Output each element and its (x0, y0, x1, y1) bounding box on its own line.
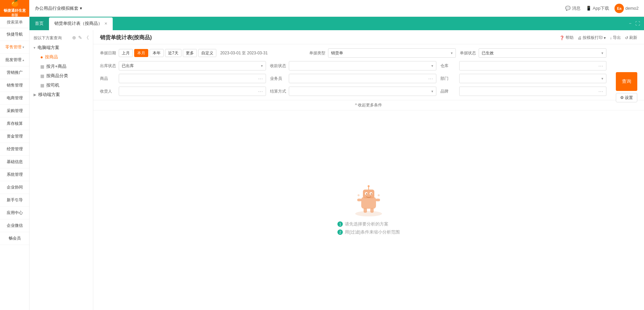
date-btn-this-year[interactable]: 本年 (150, 49, 164, 57)
sidebar-item-inventory[interactable]: 库存核算 (0, 117, 29, 130)
app-download-button[interactable]: 📱 App下载 (586, 5, 609, 11)
quick-nav-label: 快捷导航 (7, 32, 23, 37)
salesperson-input[interactable]: ··· (289, 74, 436, 83)
doc-status-select[interactable]: 已生效 ▾ (479, 48, 606, 58)
sidebar-item-guide[interactable]: 新手引导 (0, 194, 29, 207)
tab-report[interactable]: 销货单统计表（按商品） ✕ (49, 17, 113, 31)
tree-pc-label: 电脑端方案 (38, 45, 59, 51)
out-status-select[interactable]: 已出库 ▾ (119, 61, 266, 70)
filter-product: 商品 ··· (100, 74, 266, 83)
user-menu[interactable]: Ea demo2 (614, 4, 639, 13)
ecommerce-label: 电商管理 (7, 96, 23, 100)
svg-point-5 (366, 193, 367, 195)
doc-status-value: 已生效 (482, 50, 494, 56)
app-logo[interactable]: 🍊 畅捷通好生意 标版 (0, 0, 29, 17)
doc-type-select[interactable]: 销货单 ▾ (328, 48, 456, 58)
filter-payment-status: 收款状态 ▾ (270, 61, 436, 70)
svg-point-14 (378, 194, 380, 196)
tab-close-icon[interactable]: ✕ (104, 21, 107, 26)
enterprise-label: 企业协同 (7, 185, 23, 190)
tab-report-label: 销货单统计表（按商品） (54, 20, 102, 27)
page-title: 销货单统计表(按商品) (100, 34, 152, 41)
sidebar-item-wholesale[interactable]: 批发管理 ▴ (0, 54, 29, 66)
filter-row-3: 商品 ··· 业务员 ··· 部门 (100, 74, 637, 83)
topbar-dropdown-arrow: ▾ (80, 6, 82, 11)
tree-pc-solutions[interactable]: ▾ 电脑端方案 (30, 43, 93, 52)
settings-button[interactable]: ⚙ 设置 (616, 93, 637, 102)
sidebar-item-system[interactable]: 系统管理 (0, 168, 29, 181)
sidebar-item-retail[interactable]: 零售管理 ▾ (0, 41, 29, 54)
tree-item-by-category[interactable]: ▦ 按商品分类 (36, 71, 93, 81)
tab-home[interactable]: 首页 (30, 17, 49, 30)
brand-input[interactable]: ··· (459, 87, 606, 96)
tree-mobile-label: 移动端方案 (38, 92, 60, 98)
payment-status-input[interactable]: ▾ (289, 61, 436, 70)
minimize-icon[interactable]: － (628, 20, 633, 27)
date-btn-more[interactable]: 更多 (183, 49, 197, 57)
sidebar-item-basic[interactable]: 基础信息 (0, 156, 29, 168)
svg-rect-2 (363, 190, 374, 198)
sidebar-item-member[interactable]: 畅会员 (0, 232, 29, 245)
tree-item-by-cashier[interactable]: ▦ 按司机 (36, 81, 93, 90)
svg-point-0 (355, 211, 382, 216)
help-action[interactable]: ❓ 帮助 (559, 35, 574, 41)
svg-rect-12 (370, 208, 374, 213)
query-button[interactable]: 查询 (616, 72, 637, 91)
sidebar-item-purchase[interactable]: 采购管理 (0, 105, 29, 117)
print-action[interactable]: 🖨 按模板打印 ▾ (578, 35, 606, 41)
topbar-title-text: 办公用品行业模拟账套 (35, 5, 78, 11)
maximize-icon[interactable]: ⛶ (635, 21, 640, 26)
tree-item-by-month-product[interactable]: ▦ 按月+商品 (36, 62, 93, 71)
page-header: 销货单统计表(按商品) ❓ 帮助 🖨 按模板打印 ▾ ↓ 导出 (93, 30, 644, 44)
edit-scheme-icon[interactable]: ✎ (78, 35, 82, 41)
out-status-label: 出库状态 (100, 63, 117, 69)
collapse-scheme-icon[interactable]: 《 (84, 35, 89, 41)
app-download-label: App下载 (593, 5, 609, 11)
message-button[interactable]: 💬 消息 (565, 5, 581, 11)
settlement-input[interactable]: ▾ (289, 87, 436, 96)
sidebar-item-wechat[interactable]: 企业微信 (0, 219, 29, 232)
warehouse-label: 仓库 (440, 63, 457, 69)
by-month-product-icon: ▦ (40, 64, 44, 69)
collapse-bar[interactable]: ^ 收起更多条件 (93, 100, 644, 110)
sidebar: 🍊 畅捷通好生意 标版 搜索菜单 快捷导航 零售管理 ▾ 批发管理 ▴ 营销推广… (0, 0, 30, 310)
svg-rect-9 (357, 199, 362, 201)
doc-status-label: 单据状态 (460, 50, 477, 56)
search-menu[interactable]: 搜索菜单 (0, 17, 29, 28)
sidebar-item-finance[interactable]: 资金管理 (0, 130, 29, 143)
empty-state: 1 请先选择要分析的方案 2 用[过滤]条件来缩小分析范围 (93, 110, 644, 310)
payment-status-label: 收款状态 (270, 63, 287, 69)
date-btn-this-month[interactable]: 本月 (134, 49, 148, 57)
wechat-label: 企业微信 (7, 223, 23, 228)
department-input[interactable]: ▾ (459, 74, 606, 83)
date-btn-7days[interactable]: 近7天 (165, 49, 181, 57)
filter-date: 单据日期 上月 本月 本年 近7天 更多 自定义 2023-03-01 至 20… (100, 49, 305, 57)
topbar-title[interactable]: 办公用品行业模拟账套 ▾ (35, 5, 82, 11)
sidebar-item-quick-nav[interactable]: 快捷导航 (0, 28, 29, 41)
sidebar-item-marketing[interactable]: 营销推广 (0, 66, 29, 79)
add-scheme-icon[interactable]: ⊕ (72, 35, 76, 41)
tree-mobile-solutions[interactable]: ▶ 移动端方案 (30, 90, 93, 99)
svg-point-13 (358, 194, 360, 196)
receiver-input[interactable]: ··· (119, 87, 266, 96)
retail-arrow: ▾ (22, 45, 24, 49)
sidebar-item-sales[interactable]: 销售管理 (0, 79, 29, 92)
warehouse-input[interactable]: ··· (459, 61, 606, 70)
refresh-action[interactable]: ↺ 刷新 (625, 35, 637, 41)
filter-panel: 按以下方案查询 ⊕ ✎ 《 ▾ 电脑端方案 ● 按商品 ▦ 按月+商品 (30, 30, 93, 310)
action-row: 查询 ⚙ 设置 (616, 72, 637, 102)
tree-item-by-product[interactable]: ● 按商品 (36, 52, 93, 62)
sidebar-item-operations[interactable]: 经营管理 (0, 143, 29, 156)
export-action[interactable]: ↓ 导出 (610, 35, 621, 41)
sidebar-item-enterprise[interactable]: 企业协同 (0, 181, 29, 194)
date-range-display: 2023-03-01 至 2023-03-31 (220, 50, 268, 56)
retail-label: 零售管理 (5, 44, 21, 50)
brand-label: 品牌 (440, 89, 457, 94)
date-btn-last-month[interactable]: 上月 (119, 49, 133, 57)
product-input[interactable]: ··· (119, 74, 266, 83)
sidebar-item-appcenter[interactable]: 应用中心 (0, 207, 29, 219)
tip-1-text: 请先选择要分析的方案 (345, 221, 388, 227)
tree-pc-arrow: ▾ (34, 46, 36, 50)
sidebar-item-ecommerce[interactable]: 电商管理 (0, 92, 29, 105)
date-btn-custom[interactable]: 自定义 (198, 49, 216, 57)
